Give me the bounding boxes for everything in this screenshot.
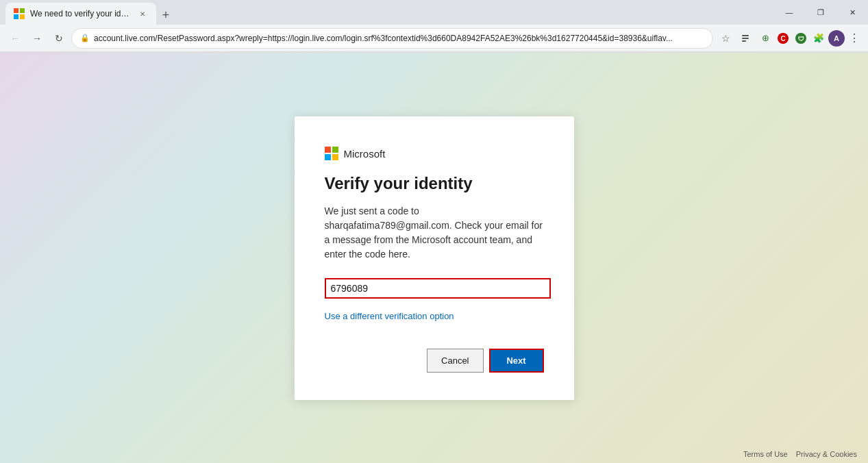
address-bar[interactable]: 🔒 account.live.com/ResetPassword.aspx?wr… [71, 28, 713, 49]
close-button[interactable]: ✕ [836, 0, 868, 25]
page-footer: Terms of Use Privacy & Cookies [743, 450, 857, 458]
svg-text:🛡: 🛡 [798, 36, 804, 42]
toolbar-actions: ☆ ⊕ C 🛡 🧩 [716, 29, 863, 48]
lock-icon: 🔒 [80, 34, 90, 42]
svg-rect-5 [742, 38, 749, 39]
window-controls: — ❐ ✕ [773, 0, 868, 25]
verify-identity-card: Microsoft Verify your identity We just s… [295, 116, 574, 400]
svg-rect-6 [742, 40, 746, 42]
tabs-area: We need to verify your identity ✕ + [0, 0, 773, 25]
terms-of-use-link[interactable]: Terms of Use [743, 450, 788, 458]
reading-list-button[interactable] [736, 29, 756, 48]
navigation-bar: ← → ↻ 🔒 account.live.com/ResetPassword.a… [0, 25, 868, 52]
code-input[interactable] [325, 278, 551, 299]
bookmark-button[interactable]: ☆ [716, 29, 735, 48]
different-verification-link[interactable]: Use a different verification option [325, 311, 454, 321]
ms-logo-red [325, 147, 331, 153]
privacy-cookies-link[interactable]: Privacy & Cookies [796, 450, 857, 458]
svg-rect-1 [20, 8, 25, 13]
active-tab[interactable]: We need to verify your identity ✕ [5, 3, 156, 25]
svg-rect-3 [20, 14, 25, 19]
ms-logo-yellow [332, 154, 338, 160]
card-actions: Cancel Next [325, 349, 544, 373]
svg-rect-4 [742, 35, 749, 36]
refresh-button[interactable]: ↻ [49, 29, 69, 48]
back-button[interactable]: ← [5, 29, 25, 48]
forward-button[interactable]: → [27, 29, 47, 48]
card-description: We just sent a code to sharqafatima789@g… [325, 204, 544, 262]
new-tab-button[interactable]: + [156, 5, 175, 25]
code-input-container [325, 278, 544, 299]
tab-label: We need to verify your identity [30, 9, 132, 18]
next-button[interactable]: Next [489, 349, 544, 373]
minimize-button[interactable]: — [773, 0, 805, 25]
tab-close-button[interactable]: ✕ [137, 8, 148, 19]
title-bar: We need to verify your identity ✕ + — ❐ … [0, 0, 868, 25]
microsoft-logo: Microsoft [325, 147, 544, 160]
svg-text:C: C [780, 35, 785, 42]
ms-logo-grid [325, 147, 338, 160]
extension-icon-1[interactable]: ⊕ [757, 30, 773, 47]
ms-logo-blue [325, 154, 331, 160]
page-content: Microsoft Verify your identity We just s… [0, 53, 868, 463]
tab-favicon [14, 8, 25, 19]
maximize-button[interactable]: ❐ [805, 0, 836, 25]
browser-menu-button[interactable]: ⋮ [846, 32, 863, 45]
extensions-menu-button[interactable]: 🧩 [810, 30, 827, 47]
profile-avatar[interactable]: A [828, 30, 845, 47]
ms-logo-green [332, 147, 338, 153]
extension-icon-3[interactable]: 🛡 [793, 30, 809, 47]
microsoft-text: Microsoft [344, 148, 386, 160]
cancel-button[interactable]: Cancel [427, 349, 483, 373]
card-title: Verify your identity [325, 174, 544, 193]
url-text: account.live.com/ResetPassword.aspx?wrep… [94, 34, 704, 43]
svg-rect-0 [14, 8, 18, 13]
svg-rect-2 [14, 14, 18, 19]
extension-icon-2[interactable]: C [775, 30, 791, 47]
